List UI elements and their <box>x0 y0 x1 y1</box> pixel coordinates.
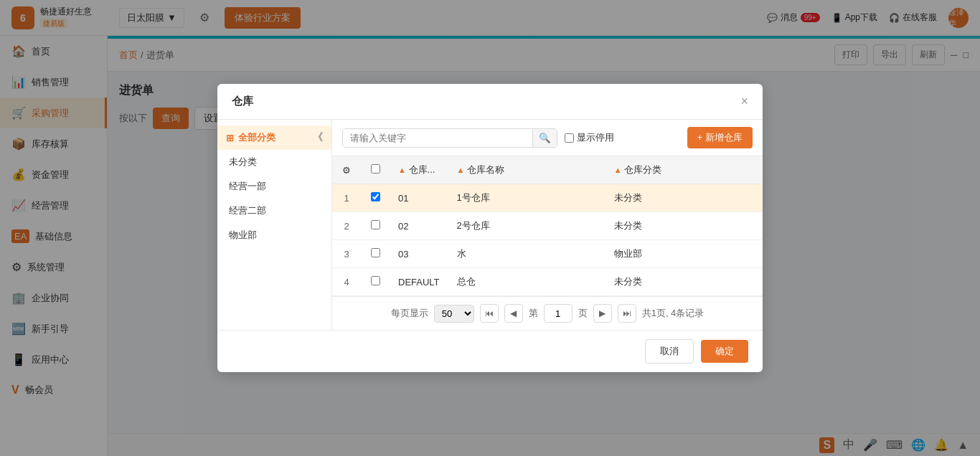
sort-icon-cat: ▲ <box>614 166 622 174</box>
row-code-2: 03 <box>390 240 448 268</box>
per-page-select[interactable]: 50 10 20 100 <box>434 305 474 323</box>
modal-footer: 取消 确定 <box>217 330 763 372</box>
row-cat-3: 未分类 <box>606 268 763 296</box>
row-code-0: 01 <box>390 184 448 212</box>
row-name-0: 1号仓库 <box>448 184 606 212</box>
grid-icon: ⊞ <box>226 133 234 143</box>
next-page-button[interactable]: ▶ <box>593 304 612 323</box>
gear-icon: ⚙ <box>342 165 351 176</box>
th-cat: ▲ 仓库分类 <box>606 156 763 184</box>
row-code-1: 02 <box>390 212 448 240</box>
last-page-button[interactable]: ⏭ <box>618 304 636 323</box>
page-input[interactable] <box>544 304 573 323</box>
row-cat-0: 未分类 <box>606 184 763 212</box>
warehouse-modal: 仓库 × ⊞ 全部分类 《 未分类 经营一部 经营二部 物业部 <box>217 84 763 372</box>
modal-header: 仓库 × <box>217 84 763 120</box>
table-row[interactable]: 3 03 水 物业部 <box>332 240 763 268</box>
row-code-3: DEFAULT <box>390 268 448 296</box>
show-disabled-checkbox[interactable] <box>565 133 574 143</box>
row-num-3: 4 <box>332 268 361 296</box>
modal-overlay[interactable]: 仓库 × ⊞ 全部分类 《 未分类 经营一部 经营二部 物业部 <box>0 0 980 456</box>
pagination: 每页显示 50 10 20 100 ⏮ ◀ 第 页 ▶ ⏭ 共1页, 4条记录 <box>332 296 763 330</box>
search-button[interactable]: 🔍 <box>532 129 557 147</box>
th-check[interactable] <box>361 156 390 184</box>
prev-page-button[interactable]: ◀ <box>504 304 523 323</box>
category-header[interactable]: ⊞ 全部分类 《 <box>217 125 331 150</box>
modal-toolbar: 🔍 显示停用 + 新增仓库 <box>332 120 763 156</box>
modal-title: 仓库 <box>232 95 253 108</box>
row-cat-1: 未分类 <box>606 212 763 240</box>
row-num-0: 1 <box>332 184 361 212</box>
row-checkbox-2[interactable] <box>371 248 380 257</box>
modal-body: ⊞ 全部分类 《 未分类 经营一部 经营二部 物业部 🔍 <box>217 120 763 330</box>
cancel-button[interactable]: 取消 <box>645 339 694 364</box>
category-item-prop[interactable]: 物业部 <box>217 223 331 247</box>
table-header-row: ⚙ ▲ 仓库... ▲ <box>332 156 763 184</box>
collapse-icon[interactable]: 《 <box>313 131 323 144</box>
select-all-checkbox[interactable] <box>371 164 380 174</box>
sort-icon-name: ▲ <box>457 166 465 174</box>
row-checkbox-1[interactable] <box>371 220 380 229</box>
category-item-ops1[interactable]: 经营一部 <box>217 174 331 199</box>
th-gear[interactable]: ⚙ <box>332 156 361 184</box>
category-sidebar: ⊞ 全部分类 《 未分类 经营一部 经营二部 物业部 <box>217 120 332 330</box>
table-row[interactable]: 1 01 1号仓库 未分类 <box>332 184 763 212</box>
th-name: ▲ 仓库名称 <box>448 156 606 184</box>
row-checkbox-3[interactable] <box>371 276 380 285</box>
modal-close-button[interactable]: × <box>740 94 748 109</box>
row-num-1: 2 <box>332 212 361 240</box>
sort-icon: ▲ <box>398 166 406 174</box>
row-num-2: 3 <box>332 240 361 268</box>
row-cat-2: 物业部 <box>606 240 763 268</box>
category-item-ops2[interactable]: 经营二部 <box>217 199 331 223</box>
row-checkbox-0[interactable] <box>371 192 380 201</box>
show-disabled-label[interactable]: 显示停用 <box>565 131 614 144</box>
first-page-button[interactable]: ⏮ <box>480 304 499 323</box>
row-name-2: 水 <box>448 240 606 268</box>
th-code: ▲ 仓库... <box>390 156 448 184</box>
search-input[interactable] <box>343 129 532 147</box>
table-row[interactable]: 4 DEFAULT 总仓 未分类 <box>332 268 763 296</box>
search-box: 🔍 <box>342 128 557 148</box>
table-row[interactable]: 2 02 2号仓库 未分类 <box>332 212 763 240</box>
category-item-uncat[interactable]: 未分类 <box>217 150 331 174</box>
add-warehouse-button[interactable]: + 新增仓库 <box>687 127 753 148</box>
row-name-1: 2号仓库 <box>448 212 606 240</box>
modal-main: 🔍 显示停用 + 新增仓库 ⚙ <box>332 120 763 330</box>
modal-table: ⚙ ▲ 仓库... ▲ <box>332 156 763 296</box>
confirm-button[interactable]: 确定 <box>701 340 748 363</box>
row-name-3: 总仓 <box>448 268 606 296</box>
